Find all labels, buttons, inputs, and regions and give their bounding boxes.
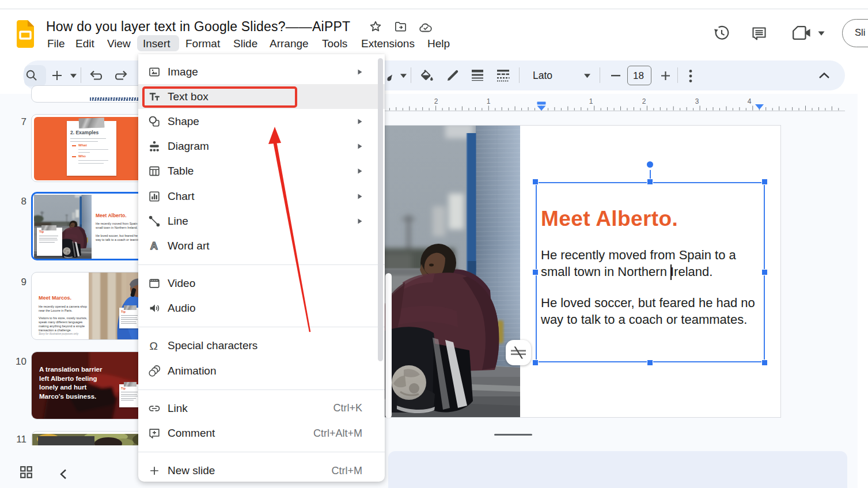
svg-text:3: 3 xyxy=(695,97,699,105)
svg-text:A: A xyxy=(150,240,158,252)
svg-text:1: 1 xyxy=(589,97,593,105)
svg-text:4: 4 xyxy=(748,97,752,105)
svg-text:1: 1 xyxy=(487,97,491,105)
svg-text:2: 2 xyxy=(434,97,438,105)
svg-text:Ω: Ω xyxy=(149,340,157,352)
svg-text:2: 2 xyxy=(642,97,646,105)
